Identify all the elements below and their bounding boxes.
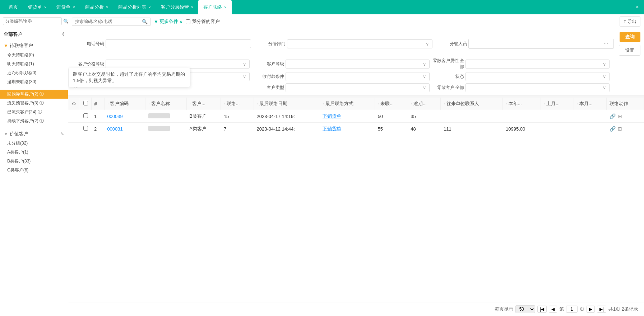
row-name[interactable]: [145, 123, 186, 135]
value-group-edit-icon[interactable]: ✎: [60, 131, 64, 137]
filter-label-dept: 分管部门: [253, 41, 286, 47]
group-arrow2-icon: ▼: [4, 131, 8, 137]
filter-type-select[interactable]: ∨: [286, 83, 430, 92]
filter-label-price-level: 客户价格等级: [72, 61, 104, 67]
th-overdue[interactable]: · 逾期...: [408, 98, 441, 110]
filter-scatter-attr-select[interactable]: ∨: [465, 60, 610, 69]
sidebar-search-icon[interactable]: 🔍: [63, 19, 68, 24]
more-conditions-btn[interactable]: ▼ 更多条件 ∧: [154, 18, 183, 25]
nav-item-销货单[interactable]: 销货单 ×: [23, 0, 51, 14]
nav-item-进货单[interactable]: 进货单 ×: [51, 0, 80, 14]
row-code[interactable]: 000039: [104, 110, 145, 123]
my-customers-check[interactable]: [186, 19, 190, 24]
row-checkbox[interactable]: [83, 113, 88, 118]
filter-level-select[interactable]: ∨: [286, 60, 430, 69]
sidebar-item-churned[interactable]: 已流失客户(24) ⓘ: [0, 108, 68, 117]
filter-label-scatter-attr: 零散客户属性 全部: [432, 58, 464, 70]
row-last-date: 2023-04-12 14:44:: [254, 123, 320, 135]
row-check[interactable]: [80, 110, 91, 123]
action-link-icon[interactable]: 🔗: [610, 113, 616, 119]
close-tab-icon[interactable]: ×: [44, 5, 46, 9]
th-this-month[interactable]: · 本月...: [574, 98, 607, 110]
th-no-contact[interactable]: · 未联...: [375, 98, 408, 110]
filter-person-group[interactable]: ···: [468, 39, 614, 49]
nav-item-客户联络[interactable]: 客户联络 ×: [198, 0, 231, 14]
sidebar-item-tomorrow[interactable]: 明天待联络(1): [0, 60, 68, 69]
row-overdue: 48: [408, 123, 441, 135]
th-action: 联络动作: [607, 98, 644, 110]
th-this-year[interactable]: · 本年...: [503, 98, 541, 110]
action-link-icon[interactable]: 🔗: [610, 126, 616, 132]
close-tab-icon[interactable]: ×: [106, 5, 108, 9]
filter-phone-input[interactable]: [106, 39, 251, 48]
filter-status-select[interactable]: ∨: [465, 72, 610, 81]
search-icon[interactable]: 🔍: [142, 19, 148, 24]
sidebar-item-declining[interactable]: 持续下滑客户(2) ⓘ: [0, 117, 68, 126]
sidebar-item-class-c[interactable]: C类客户(6): [0, 166, 68, 175]
nav-item-商品分析列表[interactable]: 商品分析列表 ×: [113, 0, 156, 14]
level-arrow: ∨: [423, 61, 426, 67]
sidebar-collapse-btn[interactable]: 《: [60, 31, 64, 38]
filter-scatter-select[interactable]: ∨: [465, 83, 610, 92]
sidebar-search-input[interactable]: [3, 17, 62, 25]
action-grid-icon[interactable]: ⊞: [618, 113, 622, 119]
th-contact-person[interactable]: · 往来单位联系人: [441, 98, 503, 110]
nav-item-商品分析[interactable]: 商品分析 ×: [80, 0, 113, 14]
select-all-checkbox[interactable]: [83, 101, 88, 105]
row-last-method[interactable]: 下销货单: [320, 110, 375, 123]
close-tab-icon[interactable]: ×: [73, 5, 75, 9]
row-check[interactable]: [80, 123, 91, 135]
row-last-method[interactable]: 下销货单: [320, 123, 375, 135]
search-input[interactable]: [75, 19, 142, 24]
filter-payment-select[interactable]: ∨: [286, 72, 430, 81]
filter-person-dots[interactable]: ···: [602, 41, 611, 47]
th-level[interactable]: · 客户...: [186, 98, 221, 110]
row-checkbox[interactable]: [83, 126, 88, 131]
page-input[interactable]: [566, 306, 578, 313]
filter-price-level-select[interactable]: ∨: [106, 60, 250, 69]
sidebar-item-class-b[interactable]: B类客户(33): [0, 157, 68, 166]
close-tab-icon[interactable]: ×: [191, 5, 193, 9]
close-tab-icon[interactable]: ×: [224, 5, 226, 9]
sidebar-item-7days[interactable]: 近7天待联络(0): [0, 69, 68, 77]
page-size-select[interactable]: 50 100 200: [515, 305, 535, 313]
th-settings[interactable]: ⚙: [68, 98, 80, 110]
query-button[interactable]: 查询: [620, 32, 640, 42]
th-name[interactable]: · 客户名称: [145, 98, 186, 110]
th-last-month[interactable]: · 上月...: [541, 98, 574, 110]
th-contact-count[interactable]: · 联络...: [221, 98, 254, 110]
sidebar-item-class-a[interactable]: A类客户(1): [0, 148, 68, 157]
close-all-button[interactable]: ×: [636, 4, 639, 10]
prev-page-btn[interactable]: ◀: [549, 306, 557, 313]
th-code[interactable]: · 客户编码: [104, 98, 145, 110]
group-value-customer[interactable]: ▼ 价值客户 ✎: [0, 129, 68, 139]
sidebar-item-repurchase-abnormal[interactable]: 回购异常客户(2) ⓘ: [0, 90, 68, 99]
export-button[interactable]: ⤴ 导出: [620, 16, 640, 27]
close-tab-icon[interactable]: ×: [148, 5, 150, 9]
my-customers-checkbox[interactable]: 我分管的客户: [186, 18, 220, 25]
filter-label-status: 状态: [432, 74, 464, 80]
last-page-btn[interactable]: ▶|: [597, 306, 606, 313]
sidebar-item-churn-warning[interactable]: 流失预警客户(3) ⓘ: [0, 99, 68, 108]
sidebar-item-today[interactable]: 今天待联络(0): [0, 51, 68, 60]
next-page-btn[interactable]: ▶: [587, 306, 595, 313]
row-name[interactable]: [145, 110, 186, 123]
nav-item-首页[interactable]: 首页: [4, 0, 23, 14]
filter-dept-select[interactable]: ∨: [287, 39, 432, 48]
sidebar-item-unassigned[interactable]: 未分组(32): [0, 139, 68, 148]
my-customers-label: 我分管的客户: [192, 18, 220, 25]
content-area: 🔍 ▼ 更多条件 ∧ 我分管的客户 ⤴ 导出 距客户上次交易时长，超过了此客户的…: [68, 14, 644, 316]
toolbar-row: 🔍 ▼ 更多条件 ∧ 我分管的客户 ⤴ 导出: [68, 14, 644, 29]
th-last-method[interactable]: · 最后联络方式: [320, 98, 375, 110]
group-pending-contact[interactable]: ▼ 待联络客户: [0, 41, 68, 51]
nav-item-客户分层经营[interactable]: 客户分层经营 ×: [156, 0, 198, 14]
sidebar-item-overdue[interactable]: 逾期未联络(30): [0, 77, 68, 86]
action-grid-icon[interactable]: ⊞: [618, 126, 622, 132]
row-code[interactable]: 000031: [104, 123, 145, 135]
data-table: ⚙ # · 客户编码 · 客户名称 · 客户... · 联络... · 最后联络…: [68, 98, 644, 135]
th-last-date[interactable]: · 最后联络日期: [254, 98, 320, 110]
first-page-btn[interactable]: |◀: [537, 306, 547, 313]
settings-button[interactable]: 设置: [619, 45, 640, 56]
per-page-label: 每页显示: [495, 306, 513, 312]
row-settings: [68, 110, 80, 123]
